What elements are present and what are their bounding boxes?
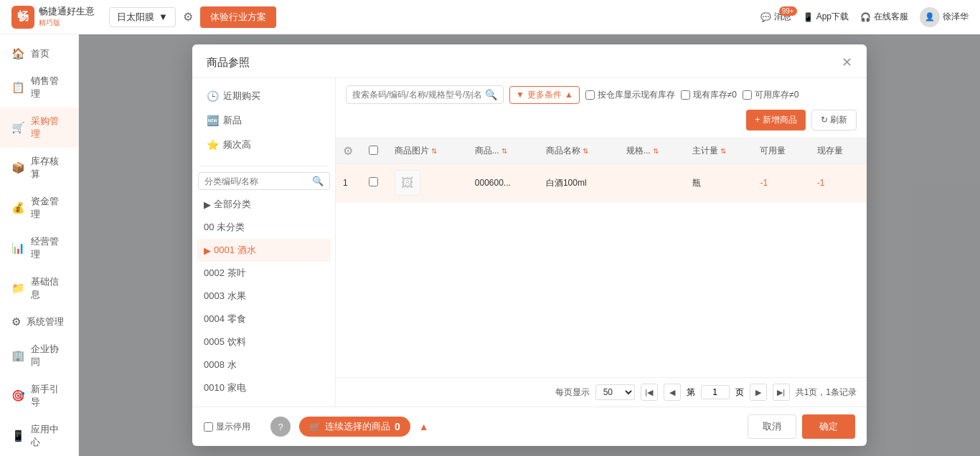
category-search-input[interactable]: [204, 176, 312, 186]
nav-selector-chevron: ▼: [159, 11, 168, 22]
image-icon: 🖼: [401, 176, 414, 191]
quick-frequent[interactable]: ⭐ 频次高: [199, 134, 328, 156]
th-name-label: 商品名称: [546, 145, 580, 157]
sidebar-item-appstore[interactable]: 📱 应用中心: [0, 416, 78, 456]
sidebar-item-guide[interactable]: 🎯 新手引导: [0, 376, 78, 416]
sidebar-label-guide: 新手引导: [31, 383, 67, 409]
show-disabled-label: 显示停用: [216, 421, 250, 433]
last-page-btn[interactable]: ▶|: [773, 384, 790, 401]
category-search-icon[interactable]: 🔍: [312, 176, 324, 186]
finance-icon: 💰: [11, 201, 25, 214]
stock-ne0-checkbox[interactable]: [681, 90, 690, 100]
warehouse-checkbox[interactable]: [585, 90, 595, 100]
td-available: -1: [753, 164, 809, 202]
logo-area: 畅 畅捷通好生意 精巧版: [11, 6, 95, 29]
sidebar-item-system[interactable]: ⚙ 系统管理: [0, 308, 78, 336]
category-0001[interactable]: ▶ 0001 酒水: [197, 239, 331, 262]
sidebar-item-enterprise[interactable]: 🏢 企业协同: [0, 336, 78, 376]
sidebar-item-home[interactable]: 🏠 首页: [0, 40, 78, 67]
prev-page-btn[interactable]: ◀: [664, 384, 681, 401]
user-profile[interactable]: 👤 徐泽华: [920, 7, 969, 27]
basic-icon: 📁: [11, 282, 25, 295]
category-all[interactable]: ▶ 全部分类: [197, 193, 331, 216]
table-header-row: ⚙ 商品图片 ⇅: [336, 138, 867, 164]
add-product-btn[interactable]: + 新增商品: [746, 110, 805, 130]
help-icon[interactable]: ?: [270, 417, 291, 437]
footer-collapse-icon[interactable]: ▲: [419, 421, 429, 432]
category-0002-label: 0002 茶叶: [204, 267, 246, 280]
product-search-input[interactable]: [352, 90, 485, 100]
filter-warehouse[interactable]: 按仓库显示现有库存: [585, 89, 675, 101]
th-spec-sort[interactable]: 规格... ⇅: [626, 145, 678, 157]
app-download-label: App下载: [816, 11, 849, 23]
available-ne0-checkbox[interactable]: [743, 90, 752, 100]
cart-btn[interactable]: 🛒 连续选择的商品 0: [299, 417, 410, 437]
page-number-input[interactable]: [701, 385, 730, 399]
product-search-icon[interactable]: 🔍: [485, 89, 497, 100]
cart-label: 连续选择的商品: [325, 420, 390, 433]
filter-icon: ▼: [516, 90, 524, 100]
sort-icon-code: ⇅: [501, 147, 507, 155]
show-disabled-checkbox[interactable]: [204, 422, 213, 432]
category-0001-arrow: ▶: [204, 245, 211, 256]
experience-btn[interactable]: 体验行业方案: [200, 6, 276, 28]
quick-recent[interactable]: 🕒 近期购买: [199, 85, 328, 107]
sidebar-item-operations[interactable]: 📊 经营管理: [0, 228, 78, 268]
category-0003[interactable]: 0003 水果: [197, 285, 331, 308]
category-0008[interactable]: 0008 水: [197, 353, 331, 376]
online-service-btn[interactable]: 🎧 在线客服: [860, 11, 908, 23]
sidebar-item-finance[interactable]: 💰 资金管理: [0, 188, 78, 228]
th-image-sort[interactable]: 商品图片 ⇅: [395, 145, 461, 157]
filter-available-ne0[interactable]: 可用库存≠0: [743, 89, 798, 101]
th-unit-sort[interactable]: 主计量 ⇅: [692, 145, 746, 157]
confirm-btn[interactable]: 确定: [802, 414, 855, 439]
sidebar-label-basic: 基础信息: [31, 275, 67, 301]
category-00[interactable]: 00 未分类: [197, 216, 331, 239]
app-download-btn[interactable]: 📱 App下载: [803, 11, 849, 23]
quick-frequent-label: 频次高: [223, 138, 251, 151]
th-code-sort[interactable]: 商品... ⇅: [475, 145, 532, 157]
sidebar-label-purchase: 采购管理: [31, 115, 67, 141]
category-search-box[interactable]: 🔍: [198, 172, 330, 190]
select-all-checkbox[interactable]: [369, 146, 378, 155]
filter-more-label: 更多条件: [527, 89, 562, 101]
category-0005[interactable]: 0005 饮料: [197, 331, 331, 353]
filter-stock-ne0[interactable]: 现有库存≠0: [681, 89, 737, 101]
category-0003-label: 0003 水果: [204, 290, 246, 303]
operations-icon: 📊: [11, 242, 25, 255]
table-settings-icon[interactable]: ⚙: [343, 145, 353, 157]
settings-icon[interactable]: ⚙: [183, 10, 193, 24]
category-0002[interactable]: 0002 茶叶: [197, 262, 331, 285]
th-settings: ⚙: [336, 138, 362, 164]
category-0005-label: 0005 饮料: [204, 336, 246, 348]
sidebar-item-sales[interactable]: 📋 销售管理: [0, 67, 78, 108]
close-icon[interactable]: ✕: [842, 54, 852, 70]
total-info: 共1页，1条记录: [796, 386, 857, 399]
th-name-sort[interactable]: 商品名称 ⇅: [546, 145, 612, 157]
category-0004-label: 0004 零食: [204, 313, 246, 326]
messages-btn[interactable]: 💬 消息 99+: [760, 11, 791, 23]
td-index: 1: [336, 164, 362, 202]
message-icon: 💬: [760, 12, 771, 22]
row-checkbox[interactable]: [369, 177, 378, 186]
nav-selector[interactable]: 日太阳膜 ▼: [109, 7, 176, 27]
purchase-icon: 🛒: [11, 121, 25, 134]
sidebar-item-inventory[interactable]: 📦 库存核算: [0, 148, 78, 188]
sidebar-item-basic[interactable]: 📁 基础信息: [0, 268, 78, 308]
refresh-btn[interactable]: ↻ 刷新: [811, 110, 857, 130]
category-0004[interactable]: 0004 零食: [197, 308, 331, 331]
filter-actions: + 新增商品 ↻ 刷新: [746, 110, 857, 130]
cancel-btn[interactable]: 取消: [748, 414, 796, 439]
quick-access: 🕒 近期购买 🆕 新品 ⭐ 频次高: [192, 85, 335, 163]
sidebar-item-purchase[interactable]: 🛒 采购管理: [0, 108, 78, 148]
show-disabled-check[interactable]: 显示停用: [204, 421, 250, 433]
category-0010[interactable]: 0010 家电: [197, 376, 331, 399]
table-row[interactable]: 1 🖼: [336, 164, 867, 202]
quick-new[interactable]: 🆕 新品: [199, 110, 328, 131]
next-page-btn[interactable]: ▶: [750, 384, 767, 401]
th-checkbox: [362, 138, 387, 164]
product-search-box[interactable]: 🔍: [346, 85, 504, 104]
page-size-select[interactable]: 50 10 20 100: [595, 384, 635, 400]
filter-more-btn[interactable]: ▼ 更多条件 ▲: [509, 86, 580, 104]
first-page-btn[interactable]: |◀: [641, 384, 658, 401]
